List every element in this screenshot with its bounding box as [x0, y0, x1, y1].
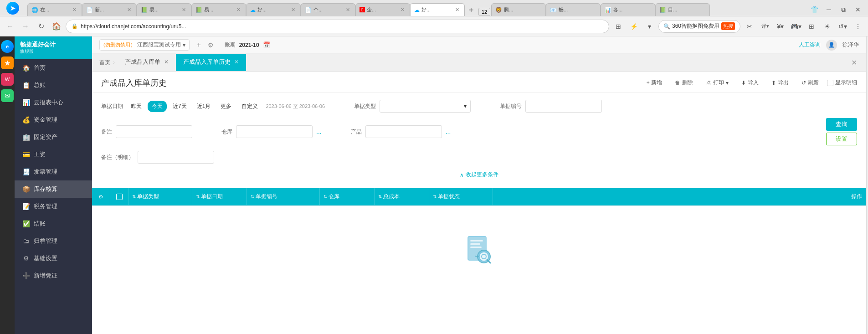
tab-tab1[interactable]: 🌐 在... ✕ [27, 3, 82, 16]
date-btn-1month[interactable]: 近1月 [193, 101, 215, 112]
translate-icon[interactable]: 译▾ [759, 20, 771, 33]
home-button[interactable]: 🏠 [50, 20, 63, 33]
warehouse-input[interactable] [236, 125, 313, 138]
note-input[interactable] [116, 125, 192, 138]
tab-close-icon[interactable]: ✕ [454, 6, 461, 13]
app-icon-mail[interactable]: ✉ [1, 89, 14, 102]
forward-button[interactable]: → [19, 20, 32, 33]
note-detail-input[interactable] [138, 151, 214, 164]
yen-icon[interactable]: ¥▾ [774, 20, 787, 33]
refresh-button[interactable]: ↺ 刷新 [797, 77, 823, 88]
sidebar-item-invoice[interactable]: 🧾 发票管理 [15, 163, 92, 180]
page-close-btn[interactable]: ✕ [849, 58, 859, 67]
app-icon-360[interactable]: e [1, 40, 14, 53]
tab-count[interactable]: 12 [478, 8, 490, 16]
tab-close-icon[interactable]: ✕ [71, 6, 78, 13]
th-status[interactable]: ⇅ 单据状态 [429, 188, 493, 205]
restore-button[interactable]: ⧉ [837, 3, 850, 16]
sidebar-item-ledger[interactable]: 📋 总账 [15, 77, 92, 94]
tab-tab8[interactable]: ☁ 好... ✕ [410, 3, 465, 16]
th-date[interactable]: ⇅ 单据日期 [192, 188, 247, 205]
tab-tab6[interactable]: 📄 个... ✕ [301, 3, 355, 16]
th-type[interactable]: ⇅ 单据类型 [128, 188, 192, 205]
show-detail-check[interactable] [827, 80, 833, 86]
product-input[interactable] [365, 125, 442, 138]
tab-history-close[interactable]: ✕ [234, 59, 239, 65]
apps-icon[interactable]: ⊞ [805, 20, 818, 33]
th-warehouse[interactable]: ⇅ 仓库 [320, 188, 375, 205]
tab-close-icon[interactable]: ✕ [126, 6, 133, 13]
tab-close-icon[interactable]: ✕ [235, 6, 242, 13]
sidebar-item-inventory[interactable]: 📦 库存核算 [15, 180, 92, 198]
tab-tab10[interactable]: 📧 畅... [546, 3, 601, 16]
date-btn-custom[interactable]: 自定义 [237, 101, 262, 112]
sidebar-item-fixed[interactable]: 🏢 固定资产 [15, 128, 92, 146]
more-icon[interactable]: ⋮ [852, 20, 864, 33]
scissors-icon[interactable]: ✂ [743, 20, 756, 33]
tab-tab3[interactable]: 📗 易... ✕ [137, 3, 191, 16]
app-icon-orange[interactable]: ★ [1, 57, 14, 69]
sidebar-item-funds[interactable]: 💰 资金管理 [15, 111, 92, 128]
query-button[interactable]: 查询 [826, 118, 857, 131]
import-button[interactable]: ⬇ 导入 [737, 77, 763, 88]
org-settings-icon[interactable]: ⚙ [208, 41, 214, 49]
export-button[interactable]: ⬆ 导出 [767, 77, 793, 88]
tab-tab7[interactable]: 🅲 企... ✕ [355, 3, 410, 16]
th-cost[interactable]: ⇅ 总成本 [375, 188, 429, 205]
settings-button[interactable]: 设置 [826, 133, 857, 145]
shirt-icon[interactable]: 👕 [808, 3, 821, 16]
th-no[interactable]: ⇅ 单据编号 [247, 188, 320, 205]
menu-icon[interactable]: ▾ [643, 20, 656, 33]
tab-tab12[interactable]: 📗 目... [655, 3, 710, 16]
collapse-btn[interactable]: ∧ 收起更多条件 [101, 169, 857, 180]
sidebar-item-archive[interactable]: 🗂 归档管理 [15, 232, 92, 250]
tab-tab5[interactable]: ☁ 好... ✕ [246, 3, 301, 16]
back-button[interactable]: ← [4, 20, 16, 33]
date-btn-yesterday[interactable]: 昨天 [127, 101, 146, 112]
content-tab-history[interactable]: 产成品入库单历史 ✕ [176, 54, 246, 71]
sidebar-item-tax[interactable]: 📝 税务管理 [15, 198, 92, 215]
sidebar-item-settlement[interactable]: ✅ 结账 [15, 215, 92, 232]
th-checkbox[interactable] [110, 188, 128, 205]
print-button[interactable]: 🖨 打印 ▾ [701, 77, 733, 88]
content-tab-list[interactable]: 产成品入库单 ✕ [118, 54, 176, 71]
sidebar-item-basic[interactable]: ⚙ 基础设置 [15, 250, 92, 267]
type-select[interactable]: ▾ [380, 100, 471, 113]
tab-new[interactable]: ＋ [465, 3, 478, 16]
address-input[interactable]: 🔒 https://cloud.chanjet.com/accounting/u… [66, 20, 609, 33]
period-calendar-icon[interactable]: 📅 [263, 41, 270, 48]
tab-tab4[interactable]: 📗 易... ✕ [191, 3, 246, 16]
org-selector[interactable]: (勿删勿禁用） 江西服宝测试专用 ▾ [99, 39, 190, 51]
search-bar[interactable]: 🔍 360智能抠图免费用 热搜 [658, 20, 740, 33]
add-button[interactable]: + 新增 [642, 77, 667, 88]
show-detail-checkbox[interactable]: 显示明细 [827, 79, 857, 87]
no-input[interactable] [525, 100, 602, 113]
tab-tab2[interactable]: 📄 新... ✕ [82, 3, 137, 16]
tab-tab9[interactable]: 🦁 腾... [491, 3, 546, 16]
add-org-btn[interactable]: ＋ [195, 40, 202, 50]
warehouse-more-btn[interactable]: ... [316, 128, 322, 135]
close-button[interactable]: ✕ [852, 3, 864, 16]
reload-button[interactable]: ↻ [35, 20, 47, 33]
breadcrumb-home[interactable]: 首页 [99, 54, 110, 71]
tab-close-icon[interactable]: ✕ [290, 6, 297, 13]
tab-close-icon[interactable]: ✕ [180, 6, 187, 13]
undo-icon[interactable]: ↺▾ [836, 20, 849, 33]
tab-list-close[interactable]: ✕ [164, 59, 169, 65]
tab-tab11[interactable]: 📊 各... [601, 3, 655, 16]
user-avatar[interactable]: 👤 [826, 40, 837, 51]
lightning-icon[interactable]: ⚡ [627, 20, 640, 33]
sidebar-item-reports[interactable]: 📊 云报表中心 [15, 94, 92, 111]
sidebar-item-voucher-new[interactable]: ➕ 新增凭证 [15, 267, 92, 284]
sidebar-item-payroll[interactable]: 💳 工资 [15, 146, 92, 163]
tab-close-icon[interactable]: ✕ [399, 6, 406, 13]
minimize-button[interactable]: ─ [822, 3, 835, 16]
date-btn-more[interactable]: 更多 [216, 101, 236, 112]
gamepad-icon[interactable]: 🎮▾ [790, 20, 802, 33]
tab-close-icon[interactable]: ✕ [344, 6, 351, 13]
brightness-icon[interactable]: ☀ [821, 20, 833, 33]
delete-button[interactable]: 🗑 🗑 删除 删除 [670, 77, 698, 88]
th-settings[interactable]: ⚙ [92, 188, 110, 205]
user-service[interactable]: 人工咨询 [799, 41, 821, 49]
date-btn-today[interactable]: 今天 [148, 101, 167, 112]
